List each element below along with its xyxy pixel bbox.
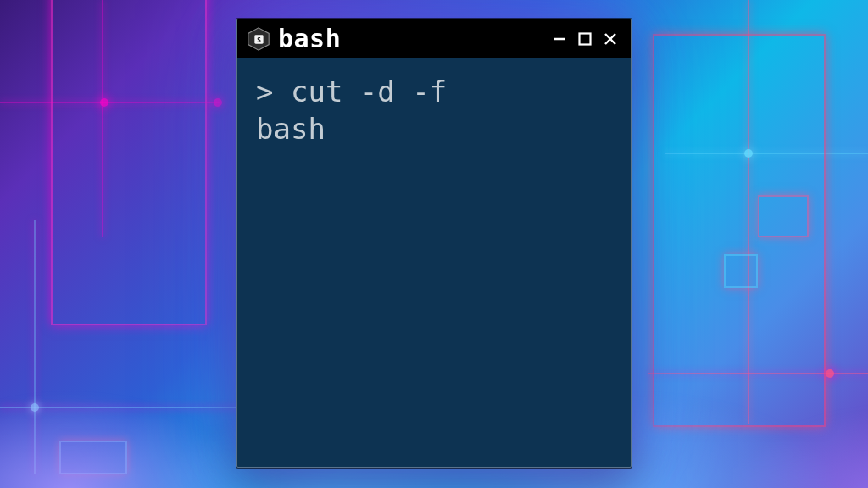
command-text: cut -d -f <box>291 75 447 108</box>
bash-hex-icon: $ <box>246 26 271 52</box>
terminal-window: $ bash > cut -d -f bash <box>236 19 632 468</box>
titlebar[interactable]: $ bash <box>237 19 631 58</box>
maximize-button[interactable] <box>576 30 593 47</box>
terminal-body[interactable]: > cut -d -f bash <box>237 58 631 163</box>
output-line: bash <box>256 112 326 146</box>
close-button[interactable] <box>602 30 619 47</box>
window-controls <box>551 30 619 47</box>
titlebar-left: $ bash <box>246 26 341 52</box>
window-title: bash <box>278 26 341 52</box>
svg-rect-4 <box>580 33 591 44</box>
svg-text:$: $ <box>257 35 261 43</box>
minimize-button[interactable] <box>551 30 568 47</box>
prompt-symbol: > <box>256 75 273 108</box>
